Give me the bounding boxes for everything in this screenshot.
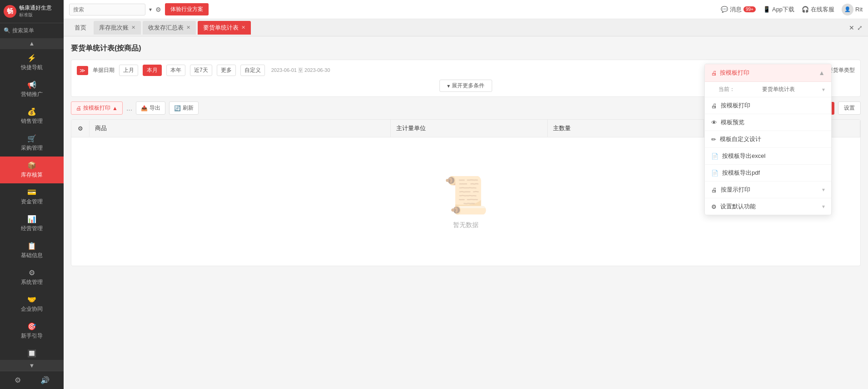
sidebar-item-basic[interactable]: 📋 基础信息 (0, 237, 64, 264)
dropdown-current-item: 当前： 要货单统计表 ▾ (705, 82, 831, 97)
sidebar-bottom: ⚙ 🔊 (0, 371, 64, 389)
sidebar: 畅 畅康通好生意 标准版 🔍 搜索菜单 ▲ ⚡ 快捷导航 📢 营销推广 💰 销售… (0, 0, 64, 389)
sidebar-item-inventory[interactable]: 📦 库存核算 (0, 157, 64, 183)
expand-more-button[interactable]: ▾ 展开更多条件 (439, 80, 492, 92)
th-unit: 主计量单位 (391, 120, 547, 137)
sidebar-item-quick-nav[interactable]: ⚡ 快捷导航 (0, 49, 64, 76)
sidebar-item-label: 快捷导航 (21, 64, 43, 71)
dropdown-item-template-print[interactable]: 🖨 按模板打印 (705, 97, 831, 114)
tab-order-stats-close[interactable]: ✕ (241, 25, 245, 30)
sidebar-item-label: 采购管理 (21, 144, 43, 152)
app-name: 畅康通好生意 (19, 5, 52, 12)
user-name: Rit (855, 6, 863, 13)
dropdown-item-export-excel[interactable]: 📄 按模板导出excel (705, 148, 831, 165)
tab-order-stats[interactable]: 要货单统计表 ✕ (198, 21, 251, 35)
date-btn-this-year[interactable]: 本年 (166, 65, 185, 76)
print-button[interactable]: 🖨 按模板打印 ▲ (71, 101, 123, 115)
purchase-icon: 🛒 (27, 134, 36, 143)
inventory-icon: 📦 (27, 161, 36, 170)
tab-maximize-icon[interactable]: ⤢ (857, 24, 863, 31)
tab-close-window-icon[interactable]: ✕ (849, 24, 854, 31)
dropdown-item-default-func[interactable]: ⚙ 设置默认功能 ▾ (705, 198, 831, 215)
messages-item[interactable]: 💬 消息 99+ (721, 5, 756, 14)
topbar-gear-icon[interactable]: ⚙ (155, 6, 161, 13)
dropdown-item-template-preview[interactable]: 👁 模板预览 (705, 114, 831, 131)
template-print-icon: 🖨 (711, 102, 717, 109)
date-btn-last-month[interactable]: 上月 (119, 65, 138, 76)
date-btn-more[interactable]: 更多 (217, 65, 236, 76)
empty-icon: 📜 (443, 174, 489, 217)
quick-nav-icon: ⚡ (27, 54, 36, 62)
content-area: 要货单统计表(按商品) ≫ 单据日期 上月 本月 本年 近7天 更多 自定义 2… (64, 36, 868, 389)
topbar-search-dropdown[interactable]: ▾ (149, 6, 152, 13)
dropdown-item-export-pdf[interactable]: 📄 按模板导出pdf (705, 165, 831, 182)
sidebar-item-system[interactable]: ⚙ 系统管理 (0, 264, 64, 291)
enterprise-icon: 🤝 (27, 295, 36, 304)
sidebar-logo: 畅 畅康通好生意 标准版 (0, 0, 64, 23)
dropdown-item-display-print[interactable]: 🖨 按显示打印 ▾ (705, 182, 831, 198)
marketing-icon: 📢 (27, 81, 36, 89)
sidebar-item-guide[interactable]: 🎯 新手引导 (0, 318, 64, 344)
sidebar-item-label: 企业协同 (21, 305, 43, 313)
export-button[interactable]: 📤 导出 (136, 101, 165, 115)
dropdown-close-icon[interactable]: ▲ (818, 69, 825, 76)
default-func-icon: ⚙ (711, 203, 717, 210)
sidebar-item-app-center[interactable]: 🔲 应用中心 (0, 344, 64, 360)
sidebar-item-enterprise[interactable]: 🤝 企业协同 (0, 291, 64, 318)
th-settings[interactable]: ⚙ (71, 121, 90, 136)
sidebar-item-operation[interactable]: 📊 经营管理 (0, 210, 64, 237)
display-print-label: 按显示打印 (721, 186, 750, 194)
sidebar-item-finance[interactable]: 💳 资金管理 (0, 183, 64, 210)
template-preview-label: 模板预览 (721, 118, 744, 126)
app-download-label: App下载 (772, 5, 794, 14)
tab-inventory-batch-close[interactable]: ✕ (131, 25, 135, 30)
printer-icon-header: 🖨 (711, 70, 717, 76)
user-avatar-item[interactable]: 👤 Rit (842, 4, 863, 15)
app-download-item[interactable]: 📱 App下载 (763, 5, 794, 14)
page-title: 要货单统计表(按商品) (71, 44, 861, 53)
sidebar-scroll-down[interactable]: ▼ (0, 360, 64, 371)
template-print-label: 按模板打印 (721, 101, 750, 110)
tab-receivable-summary-close[interactable]: ✕ (186, 25, 190, 30)
trial-button[interactable]: 体验行业方案 (165, 3, 209, 15)
sidebar-item-marketing[interactable]: 📢 营销推广 (0, 76, 64, 103)
date-btn-this-month[interactable]: 本月 (143, 65, 162, 76)
date-btn-7days[interactable]: 近7天 (190, 65, 212, 76)
th-quantity: 主数量 (548, 120, 704, 137)
app-download-icon: 📱 (763, 6, 770, 13)
tab-home[interactable]: 首页 (69, 21, 92, 35)
export-label: 导出 (150, 104, 160, 112)
toolbar-dots[interactable]: ... (126, 104, 132, 112)
settings-button[interactable]: 设置 (838, 101, 861, 115)
dropdown-item-template-custom[interactable]: ✏ 模板自定义设计 (705, 131, 831, 148)
topbar-search-input[interactable] (69, 4, 145, 15)
export-excel-icon: 📄 (711, 153, 718, 160)
date-btn-custom[interactable]: 自定义 (240, 65, 265, 76)
refresh-button[interactable]: 🔄 刷新 (169, 101, 199, 115)
tab-receivable-summary[interactable]: 收发存汇总表 ✕ (143, 21, 196, 35)
sidebar-item-label: 新手引导 (21, 332, 43, 340)
sidebar-item-purchase[interactable]: 🛒 采购管理 (0, 130, 64, 157)
volume-icon[interactable]: 🔊 (40, 376, 50, 384)
refresh-icon: 🔄 (174, 105, 181, 111)
print-dropdown: 🖨 按模板打印 ▲ 当前： 要货单统计表 ▾ 🖨 按模板打印 👁 模板预览 ✏ … (704, 64, 832, 215)
tab-maximize-controls: ✕ ⤢ (849, 24, 863, 31)
online-service-item[interactable]: 🎧 在线客服 (802, 5, 834, 14)
filter-expand-button[interactable]: ≫ (77, 66, 88, 75)
operation-icon: 📊 (27, 215, 36, 223)
export-excel-label: 按模板导出excel (722, 152, 765, 160)
display-print-left: 🖨 按显示打印 (711, 186, 750, 194)
empty-text: 暂无数据 (453, 221, 479, 229)
default-func-arrow: ▾ (822, 203, 825, 210)
sidebar-scroll-up[interactable]: ▲ (0, 38, 64, 49)
export-icon: 📤 (141, 105, 148, 111)
sidebar-item-sales[interactable]: 💰 销售管理 (0, 103, 64, 130)
sidebar-item-label: 经营管理 (21, 225, 43, 232)
dropdown-title-text: 按模板打印 (720, 69, 749, 77)
settings-bottom-icon[interactable]: ⚙ (15, 376, 21, 384)
sidebar-item-label: 基础信息 (21, 252, 43, 259)
sidebar-search[interactable]: 🔍 搜索菜单 (0, 23, 64, 38)
tab-inventory-batch[interactable]: 库存批次账 ✕ (94, 21, 141, 35)
avatar: 👤 (842, 4, 853, 15)
topbar: ▾ ⚙ 体验行业方案 💬 消息 99+ 📱 App下载 🎧 在线客服 👤 Rit (64, 0, 868, 19)
